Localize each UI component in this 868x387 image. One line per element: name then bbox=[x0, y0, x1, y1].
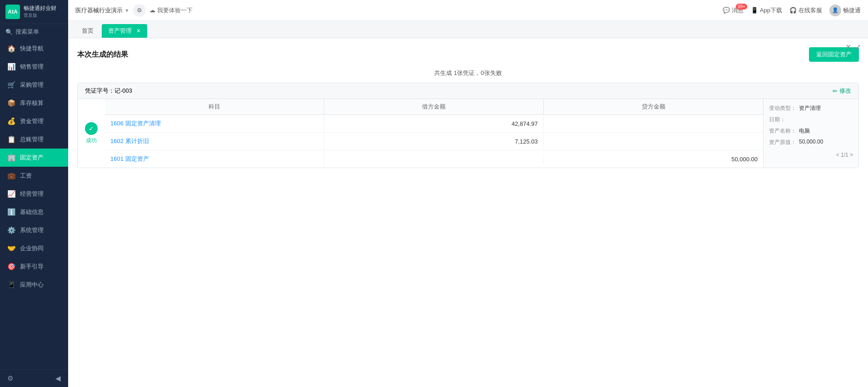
logo-text-block: 畅捷通好业财 普及版 bbox=[24, 5, 56, 19]
fixed-assets-icon: 🏢 bbox=[7, 154, 15, 162]
guide-icon: 🎯 bbox=[7, 263, 15, 271]
tab-home-label: 首页 bbox=[82, 27, 94, 34]
edit-icon: ✏ bbox=[833, 88, 838, 94]
subject-link-3[interactable]: 1601 固定资产 bbox=[110, 155, 149, 162]
result-summary: 共生成 1张凭证，0张失败 bbox=[77, 69, 859, 77]
sales-icon: 📊 bbox=[7, 63, 15, 71]
sidebar-item-fixed-assets[interactable]: 🏢 固定资产 bbox=[0, 149, 68, 167]
asset-name-value: 电脑 bbox=[799, 127, 810, 135]
topbar-settings-button[interactable]: ⚙ bbox=[133, 4, 146, 17]
sidebar-item-purchase[interactable]: 🛒 采购管理 bbox=[0, 76, 68, 94]
trial-label: 我要体验一下 bbox=[157, 6, 193, 15]
nav-label: 快捷导航 bbox=[20, 45, 44, 53]
cell-debit-1: 42,874.97 bbox=[324, 116, 544, 132]
change-type-value: 资产清理 bbox=[799, 104, 821, 112]
app-download-label: App下载 bbox=[760, 6, 782, 15]
content-area: ✕ ⤢ 本次生成的结果 返回固定资产 共生成 1张凭证，0张失败 凭证字号：记-… bbox=[68, 38, 868, 387]
ledger-icon: 📋 bbox=[7, 135, 15, 144]
asset-name-label: 资产名称： bbox=[769, 127, 796, 135]
main-area: 医疗器械行业演示 ▼ ⚙ ☁ 我要体验一下 💬 消息 99+ 📱 App下载 bbox=[68, 0, 868, 387]
payroll-icon: 💼 bbox=[7, 172, 15, 180]
cell-credit-3: 50,000.00 bbox=[544, 151, 763, 167]
app-center-icon: 📱 bbox=[7, 281, 15, 289]
sidebar-item-system[interactable]: ⚙️ 系统管理 bbox=[0, 221, 68, 239]
tab-close-icon[interactable]: ✕ bbox=[136, 28, 141, 34]
app-download-button[interactable]: 📱 App下载 bbox=[751, 6, 782, 15]
side-info-asset-name: 资产名称： 电脑 bbox=[769, 127, 853, 135]
voucher-body: ✓ 成功 科目 借方金额 贷方金额 1606 固定资产清理 bbox=[78, 99, 858, 168]
change-type-label: 变动类型： bbox=[769, 104, 796, 112]
online-service-label: 在线客服 bbox=[799, 6, 822, 15]
table-header: 科目 借方金额 贷方金额 bbox=[105, 99, 763, 115]
tab-asset-management[interactable]: 资产管理 ✕ bbox=[102, 24, 147, 38]
settings-footer-icon[interactable]: ⚙ bbox=[7, 374, 13, 382]
table-row: 1602 累计折旧 7,125.03 bbox=[105, 133, 763, 150]
sidebar-item-quick-nav[interactable]: 🏠 快捷导航 bbox=[0, 40, 68, 58]
side-info-date: 日期： bbox=[769, 116, 853, 124]
panel-controls: ✕ ⤢ bbox=[845, 43, 861, 51]
voucher-edit-button[interactable]: ✏ 修改 bbox=[833, 87, 851, 95]
tabbar: 首页 资产管理 ✕ bbox=[68, 21, 868, 38]
inventory-icon: 📦 bbox=[7, 99, 15, 107]
operations-icon: 📈 bbox=[7, 190, 15, 198]
tab-home[interactable]: 首页 bbox=[75, 24, 100, 38]
logo-abbr-text: AtA bbox=[8, 9, 17, 15]
nav-label: 库存核算 bbox=[20, 99, 44, 107]
sidebar-nav: 🏠 快捷导航 📊 销售管理 🛒 采购管理 📦 库存核算 💰 资金管理 📋 总账管… bbox=[0, 40, 68, 369]
user-avatar: 👤 bbox=[829, 5, 841, 16]
sidebar-item-payroll[interactable]: 💼 工资 bbox=[0, 167, 68, 185]
sidebar-item-guide[interactable]: 🎯 新手引导 bbox=[0, 258, 68, 276]
download-icon: 📱 bbox=[751, 7, 758, 14]
purchase-icon: 🛒 bbox=[7, 81, 15, 89]
nav-label: 应用中心 bbox=[20, 281, 44, 289]
success-text: 成功 bbox=[86, 137, 97, 144]
cell-subject-3: 1601 固定资产 bbox=[105, 150, 324, 168]
message-icon: 💬 bbox=[723, 7, 730, 14]
search-label: 搜索菜单 bbox=[15, 28, 39, 36]
system-icon: ⚙️ bbox=[7, 226, 15, 234]
success-badge: ✓ 成功 bbox=[78, 99, 105, 168]
sidebar-logo: AtA 畅捷通好业财 普及版 bbox=[0, 0, 68, 24]
voucher-number: 凭证字号：记-003 bbox=[85, 87, 132, 95]
sidebar-item-enterprise[interactable]: 🤝 企业协同 bbox=[0, 239, 68, 258]
messages-button[interactable]: 💬 消息 99+ bbox=[723, 6, 744, 15]
sidebar-search[interactable]: 🔍 搜索菜单 bbox=[0, 24, 68, 40]
sidebar-item-operations[interactable]: 📈 经营管理 bbox=[0, 185, 68, 203]
cell-credit-1 bbox=[544, 119, 763, 128]
sidebar-item-funds[interactable]: 💰 资金管理 bbox=[0, 112, 68, 130]
service-icon: 🎧 bbox=[789, 7, 797, 14]
collapse-sidebar-icon[interactable]: ◀ bbox=[55, 374, 61, 382]
sidebar-item-sales[interactable]: 📊 销售管理 bbox=[0, 58, 68, 76]
date-label: 日期： bbox=[769, 116, 785, 124]
topbar: 医疗器械行业演示 ▼ ⚙ ☁ 我要体验一下 💬 消息 99+ 📱 App下载 bbox=[68, 0, 868, 21]
logo-subtitle: 普及版 bbox=[24, 12, 56, 19]
nav-label: 企业协同 bbox=[20, 244, 44, 253]
subject-link-2[interactable]: 1602 累计折旧 bbox=[110, 138, 149, 144]
close-panel-button[interactable]: ✕ bbox=[845, 43, 851, 51]
sidebar-item-ledger[interactable]: 📋 总账管理 bbox=[0, 130, 68, 149]
nav-label: 资金管理 bbox=[20, 117, 44, 125]
edit-label: 修改 bbox=[839, 87, 851, 95]
debit-value-1: 42,874.97 bbox=[511, 120, 538, 127]
topbar-left: 医疗器械行业演示 ▼ ⚙ ☁ 我要体验一下 bbox=[75, 4, 193, 17]
side-info-panel: 变动类型： 资产清理 日期： 资产名称： 电脑 资产原值： 50,000.00 bbox=[763, 99, 858, 168]
company-name[interactable]: 医疗器械行业演示 ▼ bbox=[75, 6, 129, 15]
sidebar-item-basic-info[interactable]: ℹ️ 基础信息 bbox=[0, 203, 68, 221]
side-info-pagination[interactable]: < 1/1 > bbox=[769, 152, 853, 158]
subject-link-1[interactable]: 1606 固定资产清理 bbox=[110, 120, 161, 127]
messages-badge: 99+ bbox=[736, 4, 747, 10]
user-profile[interactable]: 👤 畅捷通 bbox=[829, 5, 861, 16]
sidebar-item-app-center[interactable]: 📱 应用中心 bbox=[0, 276, 68, 294]
cell-credit-2 bbox=[544, 137, 763, 146]
table-row: 1606 固定资产清理 42,874.97 bbox=[105, 115, 763, 133]
topbar-right: 💬 消息 99+ 📱 App下载 🎧 在线客服 👤 畅捷通 bbox=[723, 5, 861, 16]
voucher-block: 凭证字号：记-003 ✏ 修改 ✓ 成功 科目 借方金额 bbox=[77, 83, 859, 168]
page-title-row: 本次生成的结果 返回固定资产 bbox=[77, 47, 859, 62]
nav-label: 固定资产 bbox=[20, 154, 44, 162]
topbar-trial[interactable]: ☁ 我要体验一下 bbox=[149, 6, 193, 15]
online-service-button[interactable]: 🎧 在线客服 bbox=[789, 6, 822, 15]
sidebar-item-inventory[interactable]: 📦 库存核算 bbox=[0, 94, 68, 112]
side-info-change-type: 变动类型： 资产清理 bbox=[769, 104, 853, 112]
nav-label: 工资 bbox=[20, 172, 32, 180]
expand-panel-button[interactable]: ⤢ bbox=[855, 43, 861, 51]
